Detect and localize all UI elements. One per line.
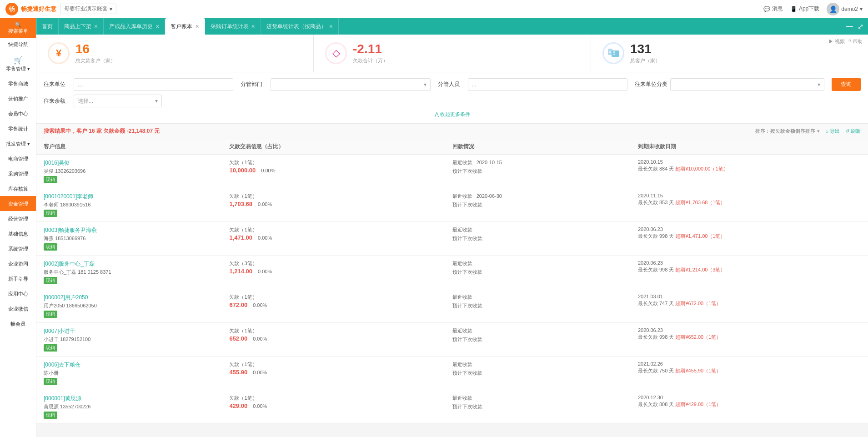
sidebar-item-inventory[interactable]: 库存核算 — [0, 181, 36, 196]
query-button[interactable]: 查询 — [832, 78, 861, 91]
help-button[interactable]: ? 帮助 — [848, 38, 863, 45]
overdue-link-0016[interactable]: 超期¥10,000.00（1笔） — [675, 166, 728, 171]
debt-count-0002: 欠款（3笔） — [229, 260, 452, 267]
filter-from-unit: 往来单位 ... — [44, 78, 233, 91]
tab-purchase-stats-product-close[interactable]: × — [329, 23, 333, 30]
overdue-link-0006[interactable]: 超期¥455.90（1笔） — [675, 368, 721, 373]
overdue-link-00010200001[interactable]: 超期¥1,703.68（1笔） — [675, 200, 725, 205]
return-next-0007: 预计下次收款 — [452, 336, 638, 343]
sidebar-item-retail-store[interactable]: 零售商城 — [0, 76, 36, 91]
due-date-000001: 2020.12.30 — [638, 395, 861, 400]
tab-product-listing-label: 商品上下架 — [64, 23, 91, 30]
sidebar-item-newbie[interactable]: 新手引导 — [0, 271, 36, 286]
person-input[interactable]: ... — [468, 78, 627, 91]
sidebar-item-ecommerce[interactable]: 电商管理 — [0, 151, 36, 166]
debt-count-00010200001: 欠款（1笔） — [229, 193, 452, 200]
sidebar-item-operation[interactable]: 经营管理 — [0, 211, 36, 226]
tab-purchase-stats-product-label: 进货单统计表（按商品） — [266, 23, 326, 30]
overdue-link-0003[interactable]: 超期¥1,471.00（1笔） — [675, 233, 725, 239]
debt-amount-0007: 652.00 — [229, 335, 247, 342]
customer-tag-0002: 现销 — [44, 277, 57, 284]
collapse-button[interactable]: ⋀ 收起更多条件 — [435, 111, 470, 118]
stat-debt-total-icon-area: ◇ — [325, 42, 347, 65]
search-menu-label: 搜索菜单 — [8, 28, 28, 34]
svg-rect-4 — [613, 54, 615, 55]
sidebar-item-corp-collab[interactable]: 企业协同 — [0, 256, 36, 271]
dept-select[interactable]: ▾ — [271, 78, 430, 91]
dept-chevron-icon: ▾ — [424, 81, 426, 88]
video-button[interactable]: ▶ 视频 — [828, 38, 845, 45]
tab-purchase-order-stats[interactable]: 采购订单统计表 × — [205, 18, 261, 35]
sidebar-item-retail-stats[interactable]: 零售统计 — [0, 121, 36, 136]
sidebar-item-quick-nav[interactable]: 快捷导航 — [0, 38, 36, 50]
tab-maximize-button[interactable]: ⤢ — [857, 21, 864, 32]
customer-name-000001[interactable]: [000001]黄思源 — [44, 395, 81, 402]
customer-info-0002: [0002]服务中心_丁磊 服务中心_丁磊 181 0125 8371 现销 — [44, 260, 229, 284]
sidebar-item-marketing[interactable]: 营销推广 — [0, 91, 36, 106]
customer-name-0007[interactable]: [0007]小进干 — [44, 328, 75, 334]
due-date-000002: 2021.03.01 — [638, 294, 861, 299]
tab-purchase-stats-product[interactable]: 进货单统计表（按商品） × — [261, 18, 339, 35]
table-row: [0001020001]李老师 李老师 18600391516 现销 欠款（1笔… — [36, 188, 868, 222]
tab-home[interactable]: 首页 — [36, 18, 59, 35]
unit-class-select[interactable]: ▾ — [670, 78, 824, 91]
balance-select[interactable]: 选择... ▾ — [74, 95, 162, 107]
debt-percent-0016: 0.00% — [261, 168, 275, 173]
tab-customer-account[interactable]: 客户账本 × — [165, 18, 205, 35]
debt-info-000001: 欠款（1笔） 429.00 0.00% — [229, 395, 452, 410]
sidebar-item-batch-mgmt[interactable]: 批发管理 ▾ — [0, 136, 36, 151]
search-menu-button[interactable]: 🔍 搜索菜单 — [0, 18, 36, 38]
sidebar-item-system[interactable]: 系统管理 — [0, 241, 36, 256]
customer-name-0002[interactable]: [0002]服务中心_丁磊 — [44, 261, 95, 267]
customer-name-0006[interactable]: [0006]去下粮仓 — [44, 362, 80, 368]
sidebar-item-purchase[interactable]: 采购管理 — [0, 166, 36, 181]
tab-customer-account-label: 客户账本 — [171, 23, 192, 30]
tab-production-history[interactable]: 产成品入库单历史 × — [104, 18, 165, 35]
app-download-button[interactable]: 📱 App下载 — [790, 5, 819, 13]
overdue-link-0007[interactable]: 超期¥652.00（1笔） — [675, 334, 721, 340]
overdue-link-000002[interactable]: 超期¥672.00（1笔） — [675, 301, 721, 306]
export-button[interactable]: ○ 导出 — [825, 128, 840, 135]
from-unit-label: 往来单位 — [44, 80, 71, 88]
tab-production-history-close[interactable]: × — [156, 23, 159, 30]
sidebar-item-app-center[interactable]: 应用中心 — [0, 286, 36, 301]
tab-product-listing[interactable]: 商品上下架 × — [59, 18, 104, 35]
debt-amount-0006: 455.90 — [229, 369, 247, 376]
customer-info-0003: [0003]畅捷服务尹海燕 海燕 18513066976 现销 — [44, 226, 229, 251]
overdue-link-0002[interactable]: 超期¥1,214.00（3笔） — [675, 267, 725, 272]
store-selector[interactable]: 母婴行业演示账套 ▾ — [60, 4, 116, 14]
stat-total-customers-value: 131 — [630, 43, 660, 55]
debt-percent-000002: 0.00% — [253, 302, 267, 308]
sidebar-item-member-vip[interactable]: 畅会员 — [0, 316, 36, 331]
sidebar-item-retail-mgmt[interactable]: 🛒 零售管理 ▾ — [0, 52, 36, 76]
person-dots: ... — [472, 81, 477, 88]
return-info-0016: 最近收款 2020-10-15 预计下次收款 — [452, 159, 638, 175]
balance-placeholder: 选择... — [78, 97, 93, 105]
due-info-0006: 2021.02.26 最长欠款 750 天 超期¥455.90（1笔） — [638, 361, 861, 374]
sort-selector[interactable]: 排序：按欠款金额倒序排序 ▾ — [755, 128, 820, 135]
operation-label: 经营管理 — [2, 216, 34, 222]
sidebar-item-corp-wechat[interactable]: 企业微信 — [0, 301, 36, 316]
sidebar-item-finance[interactable]: 资金管理 — [0, 196, 36, 211]
customer-name-00010200001[interactable]: [0001020001]李老师 — [44, 193, 93, 200]
return-label-0007: 最近收款 — [452, 327, 638, 334]
tab-purchase-order-stats-close[interactable]: × — [251, 23, 255, 30]
sidebar-item-basic-info[interactable]: 基础信息 — [0, 226, 36, 241]
customer-name-0003[interactable]: [0003]畅捷服务尹海燕 — [44, 227, 97, 233]
customer-name-0016[interactable]: [0016]吴俊 — [44, 160, 70, 166]
logo-icon: 畅 — [5, 3, 18, 15]
message-button[interactable]: 💬 消息 — [763, 5, 783, 13]
user-profile[interactable]: 👤 demo2 ▾ — [827, 3, 863, 15]
overdue-link-000001[interactable]: 超期¥429.00（1笔） — [675, 402, 721, 407]
due-date-0006: 2021.02.26 — [638, 361, 861, 367]
customer-name-000002[interactable]: [000002]用户2050 — [44, 294, 88, 301]
from-unit-input[interactable]: ... — [74, 78, 233, 91]
top-bar-right: 💬 消息 📱 App下载 👤 demo2 ▾ — [763, 3, 863, 15]
sidebar-item-membership[interactable]: 会员中心 — [0, 106, 36, 121]
tab-customer-account-close[interactable]: × — [195, 23, 199, 30]
refresh-button[interactable]: ↺ 刷新 — [845, 128, 861, 135]
due-info-000001: 2020.12.30 最长欠款 808 天 超期¥429.00（1笔） — [638, 395, 861, 408]
tab-minimize-button[interactable]: — — [845, 21, 854, 31]
tab-product-listing-close[interactable]: × — [94, 23, 98, 30]
results-amount: -21,148.07 — [127, 128, 153, 134]
